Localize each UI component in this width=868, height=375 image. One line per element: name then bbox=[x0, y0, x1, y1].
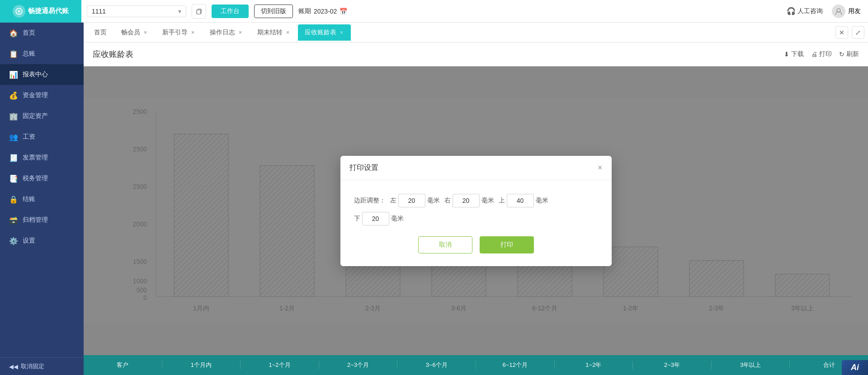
margin-bottom-input[interactable] bbox=[362, 212, 389, 225]
tab-close-aging[interactable]: × bbox=[339, 29, 344, 36]
margin-top-input[interactable] bbox=[507, 194, 534, 207]
support-area[interactable]: 🎧 人工咨询 bbox=[787, 7, 823, 15]
sidebar-item-reports[interactable]: 📊 报表中心 bbox=[0, 64, 84, 85]
sidebar-item-settings[interactable]: ⚙️ 设置 bbox=[0, 230, 84, 251]
page-header: 应收账龄表 ⬇ 下载 🖨 打印 ↻ 刷新 bbox=[84, 42, 868, 66]
top-right: 🎧 人工咨询 用友 bbox=[787, 5, 861, 18]
payroll-icon: 👥 bbox=[9, 132, 18, 141]
print-confirm-button[interactable]: 打印 bbox=[480, 236, 534, 253]
calendar-icon[interactable]: 📅 bbox=[340, 8, 347, 15]
user-area[interactable]: 用友 bbox=[832, 5, 861, 18]
margin-top-label: 上 bbox=[499, 197, 505, 205]
sidebar-item-label: 归档管理 bbox=[23, 216, 48, 224]
margin-right-input[interactable] bbox=[453, 194, 480, 207]
tab-label: 新手引导 bbox=[162, 28, 188, 37]
bottom-table-column: 1个月内 bbox=[162, 361, 241, 369]
page-actions: ⬇ 下载 🖨 打印 ↻ 刷新 bbox=[784, 50, 859, 58]
tab-log[interactable]: 操作日志× bbox=[203, 24, 250, 41]
margin-top-group: 上 毫米 bbox=[499, 194, 548, 207]
sidebar-item-ledger[interactable]: 📋 总账 bbox=[0, 43, 84, 64]
sidebar-item-funds[interactable]: 💰 资金管理 bbox=[0, 85, 84, 106]
tab-label: 应收账龄表 bbox=[305, 28, 336, 37]
bottom-table-column: 3~6个月 bbox=[397, 361, 476, 369]
bottom-table-column: 2~3个月 bbox=[319, 361, 398, 369]
modal-overlay: 打印设置 × 边距调整： 左 毫米 bbox=[84, 66, 868, 355]
sidebar-item-closing[interactable]: 🔒 结账 bbox=[0, 189, 84, 210]
bottom-table-column: 3年以上 bbox=[712, 361, 790, 369]
margin-right-label: 右 bbox=[444, 197, 451, 205]
sidebar-item-label: 报表中心 bbox=[23, 70, 48, 79]
modal-close-button[interactable]: × bbox=[598, 164, 603, 172]
tab-member[interactable]: 畅会员× bbox=[114, 24, 155, 41]
tabs-bar: 首页畅会员×新手引导×操作日志×期末结转×应收账龄表× ✕ ⤢ bbox=[84, 23, 868, 42]
sidebar-item-tax[interactable]: 📑 税务管理 bbox=[0, 168, 84, 189]
maximize-tab-button[interactable]: ⤢ bbox=[852, 26, 864, 39]
refresh-label: 刷新 bbox=[846, 50, 859, 58]
margin-left-group: 左 毫米 bbox=[390, 194, 440, 207]
page-content: 应收账龄表 ⬇ 下载 🖨 打印 ↻ 刷新 bbox=[84, 42, 868, 375]
tab-close-period-end[interactable]: × bbox=[285, 29, 290, 36]
assets-icon: 🏢 bbox=[9, 112, 18, 121]
logo-text: 畅捷通易代账 bbox=[28, 7, 69, 15]
headset-icon: 🎧 bbox=[787, 7, 796, 15]
period-label: 账期 bbox=[298, 7, 311, 15]
chart-area: 2500 2500 2500 2000 1500 1000 500 0 bbox=[84, 66, 868, 355]
margin-left-unit: 毫米 bbox=[427, 197, 440, 205]
support-label: 人工咨询 bbox=[797, 7, 823, 15]
modal-body: 边距调整： 左 毫米 右 bbox=[340, 180, 612, 236]
cancel-button[interactable]: 取消 bbox=[418, 236, 472, 253]
sidebar-item-label: 发票管理 bbox=[23, 154, 48, 162]
period-value: 2023-02 bbox=[314, 8, 337, 15]
workbench-button[interactable]: 工作台 bbox=[212, 5, 249, 18]
tab-guide[interactable]: 新手引导× bbox=[156, 24, 202, 41]
margin-row: 边距调整： 左 毫米 右 bbox=[354, 194, 598, 225]
sidebar-scroll: 🏠 首页 📋 总账 📊 报表中心 💰 资金管理 🏢 固定资产 👥 工资 🧾 发票… bbox=[0, 23, 84, 357]
invoice-icon: 🧾 bbox=[9, 153, 18, 162]
tab-label: 首页 bbox=[94, 28, 107, 37]
sidebar-item-label: 税务管理 bbox=[23, 174, 48, 183]
sidebar-item-label: 资金管理 bbox=[23, 91, 48, 99]
bottom-table-column: 客户 bbox=[84, 361, 162, 369]
margin-bottom-label: 下 bbox=[354, 215, 360, 223]
sidebar-item-home[interactable]: 🏠 首页 bbox=[0, 23, 84, 43]
print-label: 打印 bbox=[819, 50, 832, 58]
copy-button[interactable] bbox=[192, 4, 206, 19]
refresh-button[interactable]: ↻ 刷新 bbox=[839, 50, 859, 58]
switch-old-button[interactable]: 切到旧版 bbox=[254, 5, 293, 18]
tab-close-member[interactable]: × bbox=[143, 29, 148, 36]
tab-close-log[interactable]: × bbox=[238, 29, 243, 36]
download-button[interactable]: ⬇ 下载 bbox=[784, 50, 804, 58]
sidebar-item-payroll[interactable]: 👥 工资 bbox=[0, 127, 84, 147]
sidebar-item-archive[interactable]: 🗃️ 归档管理 bbox=[0, 210, 84, 230]
sidebar-footer-collapse[interactable]: ◀◀ 取消固定 bbox=[0, 357, 84, 375]
period-area: 账期 2023-02 📅 bbox=[298, 7, 347, 15]
tab-home[interactable]: 首页 bbox=[87, 24, 113, 41]
pin-icon: ◀◀ bbox=[9, 363, 18, 370]
sidebar-item-assets[interactable]: 🏢 固定资产 bbox=[0, 106, 84, 127]
reports-icon: 📊 bbox=[9, 70, 18, 79]
margin-top-unit: 毫米 bbox=[536, 197, 548, 205]
close-tab-button[interactable]: ✕ bbox=[835, 26, 848, 39]
bottom-table-column: 1~2个月 bbox=[241, 361, 319, 369]
ledger-icon: 📋 bbox=[9, 49, 18, 58]
tabs-right: ✕ ⤢ bbox=[835, 26, 864, 39]
company-selector[interactable]: 1111 ▾ bbox=[87, 5, 186, 17]
print-button[interactable]: 🖨 打印 bbox=[811, 50, 832, 58]
margin-adjust-label: 边距调整： bbox=[354, 197, 386, 205]
bottom-table-column: 1~2年 bbox=[555, 361, 633, 369]
print-settings-modal: 打印设置 × 边距调整： 左 毫米 bbox=[340, 156, 612, 266]
tab-period-end[interactable]: 期末结转× bbox=[250, 24, 297, 41]
user-name: 用友 bbox=[848, 7, 861, 15]
sidebar-item-label: 首页 bbox=[23, 29, 35, 37]
modal-header: 打印设置 × bbox=[340, 156, 612, 180]
closing-icon: 🔒 bbox=[9, 195, 18, 204]
refresh-icon: ↻ bbox=[839, 51, 844, 58]
margin-left-input[interactable] bbox=[398, 194, 425, 207]
download-icon: ⬇ bbox=[784, 51, 789, 58]
page-title: 应收账龄表 bbox=[93, 49, 133, 60]
tab-close-guide[interactable]: × bbox=[190, 29, 195, 36]
ai-badge: Ai bbox=[842, 360, 868, 375]
sidebar-item-invoice[interactable]: 🧾 发票管理 bbox=[0, 147, 84, 168]
tab-aging[interactable]: 应收账龄表× bbox=[298, 24, 351, 41]
bottom-table-bar: 客户1个月内1~2个月2~3个月3~6个月6~12个月1~2年2~3年3年以上合… bbox=[84, 355, 868, 375]
